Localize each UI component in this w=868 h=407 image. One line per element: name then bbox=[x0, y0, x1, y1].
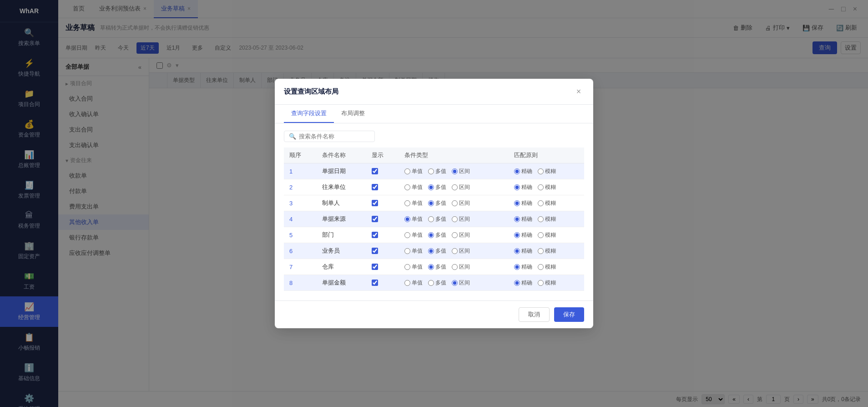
match-fuzzy-input[interactable] bbox=[538, 232, 544, 238]
type-single-radio[interactable]: 单值 bbox=[404, 231, 423, 239]
modal-close-btn[interactable]: × bbox=[573, 86, 584, 97]
type-single-input[interactable] bbox=[404, 184, 410, 190]
show-checkbox[interactable] bbox=[372, 232, 378, 238]
match-exact-input[interactable] bbox=[514, 280, 520, 286]
match-fuzzy-radio[interactable]: 模糊 bbox=[538, 279, 556, 287]
match-fuzzy-input[interactable] bbox=[538, 248, 544, 254]
type-multi-input[interactable] bbox=[428, 280, 434, 286]
type-range-input[interactable] bbox=[452, 232, 458, 238]
type-multi-radio[interactable]: 多值 bbox=[428, 183, 446, 191]
type-range-input[interactable] bbox=[452, 184, 458, 190]
match-fuzzy-input[interactable] bbox=[538, 200, 544, 206]
type-range-input[interactable] bbox=[452, 280, 458, 286]
modal-search-input[interactable] bbox=[299, 133, 367, 140]
show-checkbox[interactable] bbox=[372, 280, 378, 286]
type-single-radio[interactable]: 单值 bbox=[404, 215, 423, 223]
type-single-radio[interactable]: 单值 bbox=[404, 263, 423, 271]
type-range-radio[interactable]: 区间 bbox=[452, 168, 470, 175]
type-multi-input[interactable] bbox=[428, 264, 434, 270]
match-exact-input[interactable] bbox=[514, 216, 520, 222]
type-single-input[interactable] bbox=[404, 232, 410, 238]
type-range-radio[interactable]: 区间 bbox=[452, 199, 470, 207]
match-exact-radio[interactable]: 精确 bbox=[514, 263, 532, 271]
match-exact-input[interactable] bbox=[514, 264, 520, 270]
match-exact-input[interactable] bbox=[514, 168, 520, 174]
show-checkbox[interactable] bbox=[372, 216, 378, 222]
match-exact-input[interactable] bbox=[514, 248, 520, 254]
type-multi-radio[interactable]: 多值 bbox=[428, 199, 446, 207]
type-range-input[interactable] bbox=[452, 264, 458, 270]
type-single-input[interactable] bbox=[404, 264, 410, 270]
type-multi-input[interactable] bbox=[428, 232, 434, 238]
show-checkbox[interactable] bbox=[372, 264, 378, 270]
type-single-input[interactable] bbox=[404, 216, 410, 222]
match-fuzzy-radio[interactable]: 模糊 bbox=[538, 215, 556, 223]
type-range-radio[interactable]: 区间 bbox=[452, 231, 470, 239]
show-checkbox[interactable] bbox=[372, 248, 378, 254]
save-confirm-button[interactable]: 保存 bbox=[554, 307, 584, 322]
type-range-input[interactable] bbox=[452, 168, 458, 174]
match-fuzzy-radio[interactable]: 模糊 bbox=[538, 183, 556, 191]
type-single-input[interactable] bbox=[404, 248, 410, 254]
match-exact-radio[interactable]: 精确 bbox=[514, 199, 532, 207]
type-range-radio[interactable]: 区间 bbox=[452, 279, 470, 287]
type-multi-input[interactable] bbox=[428, 200, 434, 206]
show-checkbox-label[interactable] bbox=[372, 280, 394, 286]
match-fuzzy-radio[interactable]: 模糊 bbox=[538, 199, 556, 207]
match-fuzzy-input[interactable] bbox=[538, 184, 544, 190]
cancel-button[interactable]: 取消 bbox=[519, 307, 550, 322]
match-exact-input[interactable] bbox=[514, 200, 520, 206]
type-multi-radio[interactable]: 多值 bbox=[428, 247, 446, 255]
match-exact-radio[interactable]: 精确 bbox=[514, 168, 532, 175]
match-fuzzy-radio[interactable]: 模糊 bbox=[538, 231, 556, 239]
match-exact-input[interactable] bbox=[514, 184, 520, 190]
match-exact-radio[interactable]: 精确 bbox=[514, 231, 532, 239]
type-multi-input[interactable] bbox=[428, 248, 434, 254]
type-range-radio[interactable]: 区间 bbox=[452, 183, 470, 191]
show-checkbox-label[interactable] bbox=[372, 168, 394, 174]
type-multi-radio[interactable]: 多值 bbox=[428, 168, 446, 175]
type-range-radio[interactable]: 区间 bbox=[452, 215, 470, 223]
type-range-radio[interactable]: 区间 bbox=[452, 247, 470, 255]
type-multi-radio[interactable]: 多值 bbox=[428, 215, 446, 223]
match-fuzzy-input[interactable] bbox=[538, 280, 544, 286]
type-single-radio[interactable]: 单值 bbox=[404, 183, 423, 191]
type-multi-radio[interactable]: 多值 bbox=[428, 279, 446, 287]
modal-tab-layout[interactable]: 布局调整 bbox=[334, 105, 372, 123]
type-single-input[interactable] bbox=[404, 280, 410, 286]
type-multi-input[interactable] bbox=[428, 168, 434, 174]
type-multi-input[interactable] bbox=[428, 216, 434, 222]
show-checkbox-label[interactable] bbox=[372, 248, 394, 254]
show-checkbox[interactable] bbox=[372, 200, 378, 206]
match-fuzzy-input[interactable] bbox=[538, 264, 544, 270]
match-fuzzy-radio[interactable]: 模糊 bbox=[538, 168, 556, 175]
match-exact-radio[interactable]: 精确 bbox=[514, 247, 532, 255]
type-multi-radio[interactable]: 多值 bbox=[428, 263, 446, 271]
type-multi-radio[interactable]: 多值 bbox=[428, 231, 446, 239]
match-fuzzy-input[interactable] bbox=[538, 216, 544, 222]
show-checkbox-label[interactable] bbox=[372, 232, 394, 238]
match-fuzzy-input[interactable] bbox=[538, 168, 544, 174]
show-checkbox[interactable] bbox=[372, 168, 378, 174]
type-single-radio[interactable]: 单值 bbox=[404, 199, 423, 207]
match-exact-radio[interactable]: 精确 bbox=[514, 279, 532, 287]
type-single-radio[interactable]: 单值 bbox=[404, 279, 423, 287]
type-single-input[interactable] bbox=[404, 200, 410, 206]
type-single-radio[interactable]: 单值 bbox=[404, 247, 423, 255]
type-range-input[interactable] bbox=[452, 200, 458, 206]
show-checkbox-label[interactable] bbox=[372, 200, 394, 206]
show-checkbox-label[interactable] bbox=[372, 184, 394, 190]
show-checkbox-label[interactable] bbox=[372, 264, 394, 270]
type-range-radio[interactable]: 区间 bbox=[452, 263, 470, 271]
match-exact-radio[interactable]: 精确 bbox=[514, 215, 532, 223]
modal-tab-fields[interactable]: 查询字段设置 bbox=[284, 105, 334, 123]
type-multi-input[interactable] bbox=[428, 184, 434, 190]
show-checkbox-label[interactable] bbox=[372, 216, 394, 222]
match-exact-radio[interactable]: 精确 bbox=[514, 183, 532, 191]
match-fuzzy-radio[interactable]: 模糊 bbox=[538, 247, 556, 255]
match-fuzzy-radio[interactable]: 模糊 bbox=[538, 263, 556, 271]
show-checkbox[interactable] bbox=[372, 184, 378, 190]
type-range-input[interactable] bbox=[452, 248, 458, 254]
type-range-input[interactable] bbox=[452, 216, 458, 222]
type-single-radio[interactable]: 单值 bbox=[404, 168, 423, 175]
